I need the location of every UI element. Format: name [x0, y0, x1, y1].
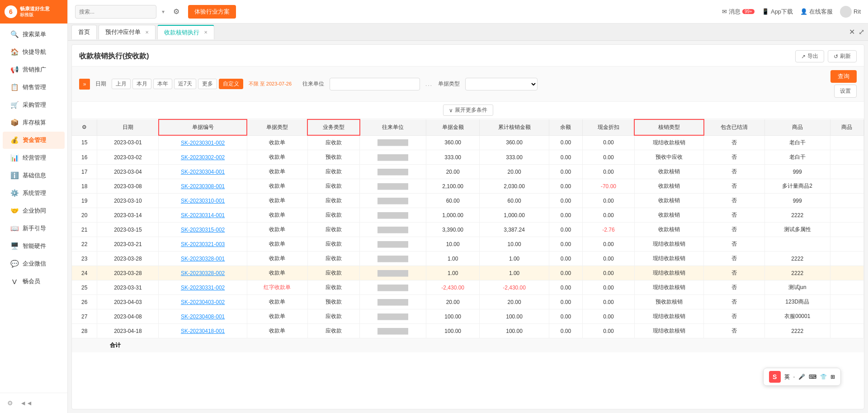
query-btn[interactable]: 查询 — [830, 70, 857, 83]
cell-doc-no[interactable]: SK-20230418-001 — [159, 324, 247, 338]
cell-doc-no[interactable]: SK-20230308-001 — [159, 179, 247, 194]
sidebar-item-purchase[interactable]: 🛒采购管理 — [3, 96, 65, 114]
topbar-msg-btn[interactable]: ✉ 消息 99+ — [722, 8, 755, 16]
col-amount[interactable]: 单据金额 — [426, 119, 479, 135]
sidebar-item-member[interactable]: V畅会员 — [3, 273, 65, 290]
cell-doc-no[interactable]: SK-20230328-001 — [159, 252, 247, 266]
tab-close-prepay[interactable]: ✕ — [145, 30, 149, 35]
cell-doc-no[interactable]: SK-20230310-001 — [159, 194, 247, 208]
filter-toggle-btn[interactable]: » — [79, 79, 90, 90]
col-cash-discount[interactable]: 现金折扣 — [583, 119, 635, 135]
table-row[interactable]: 21 2023-03-15 SK-20230315-002 收款单 应收款 ██… — [72, 223, 864, 237]
sidebar-item-marketing[interactable]: 📢营销推广 — [3, 61, 65, 78]
col-balance[interactable]: 余额 — [549, 119, 582, 135]
cell-include-settled: 否 — [704, 266, 765, 280]
date-btn-本年[interactable]: 本年 — [153, 79, 172, 89]
date-btn-近7天[interactable]: 近7天 — [174, 79, 196, 89]
topbar-industry-btn[interactable]: 体验行业方案 — [188, 5, 236, 19]
tab-fullscreen-btn[interactable]: ⤢ — [859, 28, 864, 36]
cell-doc-no[interactable]: SK-20230331-002 — [159, 280, 247, 295]
col-doc-type[interactable]: 单据类型 — [247, 119, 307, 135]
cell-doc-no[interactable]: SK-20230302-002 — [159, 150, 247, 165]
refresh-btn[interactable]: ↺ 刷新 — [828, 50, 857, 62]
table-row[interactable]: 20 2023-03-14 SK-20230314-001 收款单 应收款 ██… — [72, 208, 864, 223]
tab-collection[interactable]: 收款核销执行✕ — [157, 25, 214, 39]
doc-type-select[interactable] — [465, 78, 538, 90]
col-gear[interactable]: ⚙ — [72, 119, 97, 135]
setting-btn[interactable]: 设置 — [834, 85, 857, 98]
table-row[interactable]: 18 2023-03-08 SK-20230308-001 收款单 应收款 ██… — [72, 179, 864, 194]
ime-icon-ying[interactable]: 英 — [784, 373, 790, 381]
date-btn-custom[interactable]: 自定义 — [219, 79, 243, 89]
table-row[interactable]: 15 2023-03-01 SK-20230301-002 收款单 应收款 ██… — [72, 135, 864, 150]
table-row[interactable]: 25 2023-03-31 SK-20230331-002 红字收款单 应收款 … — [72, 280, 864, 295]
table-row[interactable]: 28 2023-04-18 SK-20230418-001 收款单 应收款 ██… — [72, 324, 864, 338]
col-doc-no[interactable]: 单据编号 — [159, 119, 247, 135]
sidebar-item-finance[interactable]: 💰资金管理 — [3, 132, 65, 149]
sidebar-item-guide[interactable]: 📖新手引导 — [3, 220, 65, 237]
topbar-app-btn[interactable]: 📱 App下载 — [762, 8, 793, 16]
table-row[interactable]: 26 2023-04-03 SK-20230403-002 收款单 预收款 ██… — [72, 295, 864, 309]
sidebar-item-wechat[interactable]: 💬企业微信 — [3, 255, 65, 272]
cell-goods2 — [830, 208, 863, 223]
cell-doc-no[interactable]: SK-20230403-002 — [159, 295, 247, 309]
cell-goods: 测试jun — [764, 280, 830, 295]
cell-doc-no[interactable]: SK-20230301-002 — [159, 135, 247, 150]
sidebar-item-operation[interactable]: 📊经营管理 — [3, 149, 65, 166]
sidebar-settings-icon[interactable]: ⚙ — [4, 397, 16, 409]
date-btn-本月[interactable]: 本月 — [132, 79, 151, 89]
sidebar-icon-wechat: 💬 — [10, 260, 19, 268]
topbar-gear-icon[interactable]: ⚙ — [170, 5, 183, 18]
col-biz-type[interactable]: 业务类型 — [307, 119, 360, 135]
col-unit[interactable]: 往来单位 — [360, 119, 426, 135]
ime-icon-mic[interactable]: 🎤 — [798, 374, 805, 380]
sidebar-item-basic[interactable]: ℹ️基础信息 — [3, 167, 65, 184]
sidebar-collapse-icon[interactable]: ◄◄ — [20, 397, 33, 409]
sidebar-item-system[interactable]: ⚙️系统管理 — [3, 185, 65, 202]
date-btn-更多[interactable]: 更多 — [198, 79, 217, 89]
table-row[interactable]: 16 2023-03-02 SK-20230302-002 收款单 预收款 ██… — [72, 150, 864, 165]
col-goods2[interactable]: 商品 — [830, 119, 863, 135]
col-include-settled[interactable]: 包含已结清 — [704, 119, 765, 135]
sidebar-item-search[interactable]: 🔍搜索菜单 — [3, 26, 65, 43]
topbar-search-input[interactable] — [75, 5, 156, 19]
date-btn-上月[interactable]: 上月 — [112, 79, 131, 89]
table-row[interactable]: 19 2023-03-10 SK-20230310-001 收款单 应收款 ██… — [72, 194, 864, 208]
col-cum-cancel[interactable]: 累计核销金额 — [480, 119, 549, 135]
export-btn[interactable]: ↗ 导出 — [795, 50, 824, 62]
ime-icon-grid[interactable]: ⊞ — [830, 374, 835, 380]
col-cancel-type[interactable]: 核销类型 — [634, 119, 704, 135]
topbar-chevron-icon[interactable]: ▾ — [162, 9, 165, 15]
unit-input[interactable] — [330, 78, 420, 90]
sidebar-item-quicknav[interactable]: 🏠快捷导航 — [3, 43, 65, 61]
cell-doc-no[interactable]: SK-20230315-002 — [159, 223, 247, 237]
tab-prepay[interactable]: 预付冲应付单✕ — [99, 25, 156, 39]
ime-icon-shirt[interactable]: 👕 — [820, 374, 827, 380]
cell-doc-no[interactable]: SK-20230314-001 — [159, 208, 247, 223]
col-goods[interactable]: 商品 — [764, 119, 830, 135]
table-row[interactable]: 22 2023-03-21 SK-20230321-003 收款单 应收款 ██… — [72, 237, 864, 252]
ime-icon-dot[interactable]: · — [793, 374, 795, 380]
table-row[interactable]: 24 2023-03-28 SK-20230328-002 收款单 应收款 ██… — [72, 266, 864, 280]
cell-doc-no[interactable]: SK-20230304-001 — [159, 165, 247, 179]
topbar-service-btn[interactable]: 👤 在线客服 — [800, 8, 833, 16]
sidebar-item-inventory[interactable]: 📦库存核算 — [3, 114, 65, 131]
tab-close-all-btn[interactable]: ✕ — [849, 28, 855, 36]
tab-close-collection[interactable]: ✕ — [204, 30, 208, 35]
tab-home[interactable]: 首页 — [71, 25, 97, 39]
cell-doc-no[interactable]: SK-20230408-001 — [159, 309, 247, 324]
table-container[interactable]: ⚙ 日期 单据编号 单据类型 业务类型 往来单位 单据金额 累计核销金额 余额 … — [72, 119, 864, 409]
sidebar-item-hardware[interactable]: 🖥️智能硬件 — [3, 237, 65, 255]
ime-icon-keyboard[interactable]: ⌨ — [809, 374, 816, 380]
col-date[interactable]: 日期 — [97, 119, 159, 135]
table-row[interactable]: 27 2023-04-08 SK-20230408-001 收款单 应收款 ██… — [72, 309, 864, 324]
table-row[interactable]: 17 2023-03-04 SK-20230304-001 收款单 应收款 ██… — [72, 165, 864, 179]
table-row[interactable]: 23 2023-03-28 SK-20230328-001 收款单 应收款 ██… — [72, 252, 864, 266]
cell-doc-no[interactable]: SK-20230328-002 — [159, 266, 247, 280]
expand-btn[interactable]: ∨ 展开更多条件 — [443, 104, 493, 116]
topbar-avatar-area[interactable]: Rit — [840, 6, 861, 18]
sidebar-item-sales[interactable]: 📋销售管理 — [3, 79, 65, 96]
cell-doc-no[interactable]: SK-20230321-003 — [159, 237, 247, 252]
sidebar-item-company[interactable]: 🤝企业协同 — [3, 202, 65, 219]
filter-dots[interactable]: ... — [425, 81, 433, 87]
